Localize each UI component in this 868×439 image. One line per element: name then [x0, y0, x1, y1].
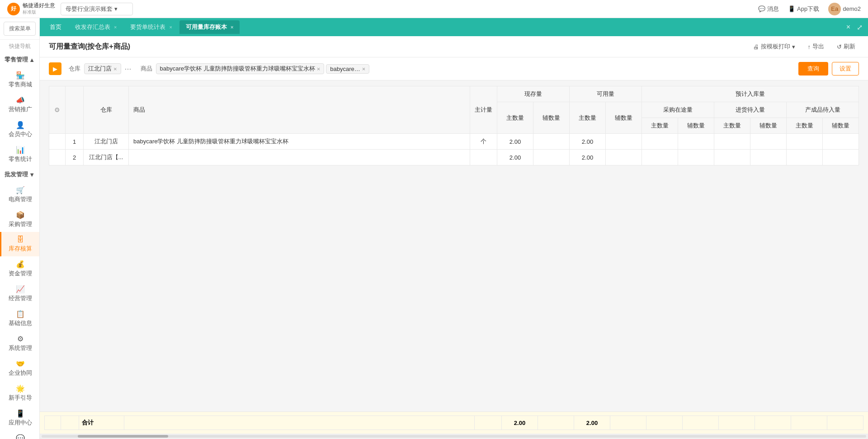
top-bar: 好 畅捷通好生意 标准版 母婴行业演示账套 ▾ 💬 消息 📱 App下载 Ea … [0, 0, 868, 18]
quick-nav-label: 快捷导航 [0, 40, 39, 52]
cell-settings-0 [49, 134, 66, 150]
warehouse-more-btn[interactable]: ··· [123, 64, 133, 74]
sidebar-item-inventory[interactable]: 🗄 库存核算 [0, 232, 39, 256]
expand-icon: ▲ [29, 57, 35, 63]
product-tag-0: babycare学饮杯 儿童防摔防撞吸管杯重力球吸嘴杯宝宝水杯 × [156, 63, 325, 74]
export-btn[interactable]: ↑ 导出 [804, 41, 828, 52]
finance-icon: 💰 [16, 260, 25, 269]
main-layout: 搜索菜单 快捷导航 零售管理 ▲ 🏪 零售商城 📣 营销推广 👤 会员中心 📊 … [0, 18, 868, 439]
tab-close-available-stock[interactable]: × [231, 24, 233, 30]
sidebar-item-onboarding[interactable]: 🌟 新手引导 [0, 381, 39, 406]
settings-btn[interactable]: 设置 [832, 62, 859, 76]
cell-settings-1 [49, 150, 66, 165]
query-btn[interactable]: 查询 [798, 62, 828, 76]
product-tag-0-close[interactable]: × [317, 66, 321, 72]
app-download-icon: 📱 [788, 5, 795, 12]
cell-unit-0: 个 [470, 134, 497, 150]
sidebar-item-marketing[interactable]: 📣 营销推广 [0, 92, 39, 117]
cell-current-main-0: 2.00 [497, 134, 533, 150]
table-settings-icon[interactable]: ⚙ [54, 106, 60, 113]
sidebar-item-member[interactable]: 👤 会员中心 [0, 117, 39, 142]
expand-icon2: ▼ [29, 171, 35, 178]
logo-text-area: 畅捷通好生意 标准版 [23, 2, 55, 16]
cell-production-aux-0 [823, 134, 859, 150]
th-warehouse: 仓库 [84, 86, 129, 134]
th-current-main: 主数量 [497, 102, 533, 134]
cell-avail-main-1: 2.00 [570, 150, 606, 165]
tab-receivable[interactable]: 收发存汇总表 × [69, 20, 123, 34]
collab-icon: 🤝 [16, 359, 25, 368]
tab-home[interactable]: 首页 [43, 20, 68, 34]
table-row: 2 江北门店【... 2.00 2.00 [49, 150, 859, 165]
filter-bar: ▶ 仓库 江北门店 × ··· 商品 [40, 57, 868, 80]
scroll-track[interactable] [42, 435, 866, 438]
sidebar-item-enterprise-wechat[interactable]: 💬 企业微信 [0, 430, 39, 439]
message-icon: 💬 [758, 5, 765, 12]
sidebar-item-retail-shop[interactable]: 🏪 零售商城 [0, 67, 39, 92]
industry-selector[interactable]: 母婴行业演示账套 ▾ [61, 3, 133, 15]
sidebar-search-area: 搜索菜单 [0, 18, 39, 40]
onboarding-icon: 🌟 [16, 384, 25, 393]
cell-avail-main-0: 2.00 [570, 134, 606, 150]
scroll-thumb[interactable] [78, 435, 168, 438]
tab-bar: 首页 收发存汇总表 × 要货单统计表 × 可用量库存账本 × × ⤢ [40, 18, 868, 36]
username: demo2 [843, 5, 861, 12]
search-menu-btn[interactable]: 搜索菜单 [4, 22, 36, 36]
tab-close-order-stats[interactable]: × [169, 24, 172, 30]
stats-icon: 📊 [16, 146, 25, 154]
chevron-down-icon: ▾ [114, 5, 118, 12]
sidebar-item-operations[interactable]: 📈 经营管理 [0, 281, 39, 306]
sidebar-item-retail-stats[interactable]: 📊 零售统计 [0, 142, 39, 167]
warehouse-tag-close[interactable]: × [113, 66, 117, 72]
sidebar-item-retail-mgmt[interactable]: 零售管理 ▲ [0, 52, 39, 67]
th-goods-arriving: 进货待入量 [714, 102, 787, 118]
refresh-btn[interactable]: ↺ 刷新 [833, 41, 859, 52]
cell-purchase-aux-1 [678, 150, 714, 165]
th-production-aux: 辅数量 [823, 118, 859, 134]
tab-available-stock[interactable]: 可用量库存账本 × [179, 20, 240, 34]
member-icon: 👤 [16, 121, 25, 129]
marketing-icon: 📣 [16, 96, 25, 104]
th-purchase-main: 主数量 [642, 118, 678, 134]
cell-unit-1 [470, 150, 497, 165]
message-btn[interactable]: 💬 消息 [758, 5, 779, 13]
sidebar-item-basic-info[interactable]: 📋 基础信息 [0, 306, 39, 331]
product-tag-1-close[interactable]: × [362, 66, 366, 72]
sidebar-item-purchase[interactable]: 📦 采购管理 [0, 207, 39, 232]
user-area[interactable]: Ea demo2 [828, 3, 861, 15]
sidebar-item-app-center[interactable]: 📱 应用中心 [0, 406, 39, 430]
warehouse-tags: 江北门店 × ··· [84, 63, 133, 74]
print-btn[interactable]: 🖨 按模板打印 ▾ [750, 41, 799, 52]
sidebar: 搜索菜单 快捷导航 零售管理 ▲ 🏪 零售商城 📣 营销推广 👤 会员中心 📊 … [0, 18, 40, 439]
th-purchase-transit: 采购在途量 [642, 102, 714, 118]
content-area: 首页 收发存汇总表 × 要货单统计表 × 可用量库存账本 × × ⤢ [40, 18, 868, 439]
cell-warehouse-1: 江北门店【... [84, 150, 129, 165]
industry-label: 母婴行业演示账套 [66, 5, 113, 13]
sidebar-item-finance[interactable]: 💰 资金管理 [0, 256, 39, 281]
sidebar-item-wholesale[interactable]: 批发管理 ▼ [0, 167, 39, 182]
summary-table: 合计 2.00 2.00 [44, 415, 863, 430]
filter-toggle-btn[interactable]: ▶ [49, 62, 61, 75]
cell-purchase-aux-0 [678, 134, 714, 150]
operations-icon: 📈 [16, 285, 25, 293]
app-download-btn[interactable]: 📱 App下载 [788, 5, 819, 13]
sidebar-item-ecommerce[interactable]: 🛒 电商管理 [0, 182, 39, 207]
scroll-bar-area[interactable] [40, 434, 868, 439]
tab-close-receivable[interactable]: × [114, 24, 117, 30]
tab-order-stats[interactable]: 要货单统计表 × [124, 20, 178, 34]
logo-text: 畅捷通好生意 [23, 2, 55, 9]
summary-current-main: 2.00 [502, 416, 538, 430]
cell-purchase-main-0 [642, 134, 678, 150]
wechat-icon: 💬 [16, 434, 25, 439]
sidebar-item-system[interactable]: ⚙ 系统管理 [0, 331, 39, 356]
th-production-main: 主数量 [787, 118, 823, 134]
sidebar-item-enterprise-collab[interactable]: 🤝 企业协同 [0, 356, 39, 381]
table-container[interactable]: ⚙ 仓库 商品 主计量 现存量 可用量 预计入库量 主数量 辅数 [40, 80, 868, 411]
system-icon: ⚙ [17, 335, 24, 343]
th-available-main: 主数量 [570, 102, 606, 134]
basic-info-icon: 📋 [16, 310, 25, 318]
app-download-label: App下载 [797, 5, 819, 13]
cell-goods-main-0 [714, 134, 750, 150]
tab-close-all-btn[interactable]: × [844, 21, 852, 33]
tab-maximize-btn[interactable]: ⤢ [855, 21, 864, 33]
